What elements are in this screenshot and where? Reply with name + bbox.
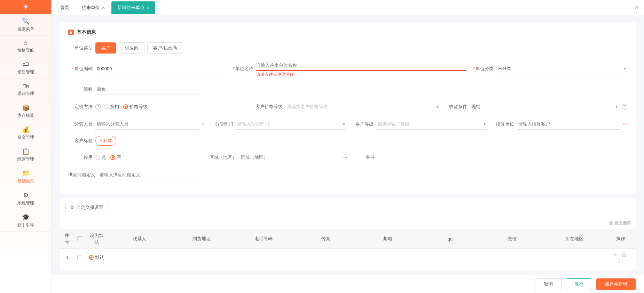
save-and-new-button[interactable]: 保存并新增 xyxy=(596,278,636,290)
row-email xyxy=(357,249,419,266)
supplier-custom-input[interactable] xyxy=(98,169,201,180)
batch-delete-button[interactable]: 🗑 批量删除 xyxy=(609,220,631,226)
remarks-label: 备注 xyxy=(351,154,375,161)
pricing-radio-level[interactable]: 价格等级 xyxy=(123,104,148,110)
row-select-checkbox[interactable] xyxy=(77,255,82,260)
tab-new-counterparty-close[interactable]: × xyxy=(147,5,149,10)
customer-tag-row: 客户标签 + 标签 xyxy=(68,136,627,146)
pricing-help-icon[interactable]: ? xyxy=(95,104,101,109)
payment-terms-dropdown-arrow: ▾ xyxy=(615,104,618,109)
yes-radio-circle xyxy=(95,155,100,160)
unit-name-wrapper: 请输入往来单位名称 xyxy=(256,60,466,78)
footer: 取消 保存 保存并新增 xyxy=(52,275,644,293)
tab-home[interactable]: 首页 xyxy=(54,1,75,14)
contact-input[interactable] xyxy=(111,255,168,260)
customer-level-select[interactable]: 请选择客户等级 ▾ xyxy=(376,119,487,130)
short-name-input[interactable] xyxy=(95,84,201,95)
tab-new-counterparty[interactable]: 新增往来单位 × xyxy=(111,1,155,14)
row-contact xyxy=(108,249,171,266)
qq-input[interactable] xyxy=(422,255,478,260)
sidebar-item-finance[interactable]: 💰 资金管理 xyxy=(0,122,51,144)
row-fax xyxy=(294,249,357,266)
row-phone xyxy=(233,249,295,266)
remarks-input[interactable] xyxy=(378,152,627,163)
email-input[interactable] xyxy=(360,255,416,260)
manager-more-icon[interactable]: ··· xyxy=(201,121,206,127)
sidebar-item-newbie[interactable]: 🎓 新手引导 xyxy=(0,210,51,232)
select-all-checkbox[interactable] xyxy=(77,236,82,241)
payment-terms-help-icon[interactable]: ? xyxy=(622,104,627,109)
department-select[interactable]: 请输入分管部门 ▾ xyxy=(236,119,347,130)
settings-gear-icon: ⚙ xyxy=(70,205,74,210)
customer-tag-field: 客户标签 + 标签 xyxy=(68,136,627,146)
type-btn-customer[interactable]: 客户 xyxy=(95,42,116,54)
home-icon: ⌂ xyxy=(24,39,28,47)
level-radio-circle xyxy=(123,104,128,109)
purchase-icon: 🛍 xyxy=(23,82,29,90)
row-address xyxy=(170,249,233,266)
main-area: 首页 往来单位 × 新增往来单位 × × 📋 基本信息 单位类型 客户 xyxy=(52,0,644,293)
cancel-button[interactable]: 取消 xyxy=(535,278,561,290)
tab-counterparty[interactable]: 往来单位 × xyxy=(76,1,111,14)
dept-dropdown-arrow: ▾ xyxy=(343,122,345,127)
disabled-radio-yes[interactable]: 是 xyxy=(95,154,106,161)
drag-handle[interactable]: ⋮⋮ xyxy=(616,258,625,263)
sidebar-item-quick[interactable]: ⌂ 快捷导航 xyxy=(0,36,51,57)
add-tag-button[interactable]: + 标签 xyxy=(95,136,116,146)
col-action: 操作 xyxy=(605,229,636,249)
window-close-button[interactable]: × xyxy=(632,4,641,11)
type-btn-both[interactable]: 客户/供应商 xyxy=(147,42,183,54)
sidebar-item-operations[interactable]: 📋 经营管理 xyxy=(0,144,51,166)
settlement-unit-input[interactable] xyxy=(517,119,620,130)
default-radio-circle xyxy=(89,255,94,260)
supplier-custom-field: 供应商自定义 xyxy=(68,169,201,180)
customer-level-label: 客户等级 xyxy=(349,121,374,127)
region-input[interactable] xyxy=(239,152,340,163)
settlement-more-icon[interactable]: ··· xyxy=(623,121,627,127)
search-icon: 🔍 xyxy=(22,17,30,25)
payment-terms-select[interactable]: 现结 ▾ xyxy=(470,101,619,112)
settlement-unit-label: 结算单位 xyxy=(490,121,514,127)
disabled-field: 停用 是 否 xyxy=(68,154,207,161)
pricing-radio-discount[interactable]: 折扣 xyxy=(104,104,119,110)
unit-code-input[interactable] xyxy=(95,63,226,74)
wechat-input[interactable] xyxy=(484,255,541,260)
short-name-field: 简称 xyxy=(68,84,201,95)
sidebar-item-inventory[interactable]: 📦 库存核算 xyxy=(0,100,51,122)
batch-delete-icon: 🗑 xyxy=(609,221,613,226)
col-default: 设为默认 xyxy=(85,229,108,249)
row-no: 1 xyxy=(60,249,74,266)
settlement-unit-field: 结算单位 ··· xyxy=(490,119,628,130)
region-more-icon[interactable]: ··· xyxy=(343,154,348,161)
table-section: ⚙ 自定义项设置 🗑 批量删除 序号 设 xyxy=(60,198,636,270)
type-btn-supplier[interactable]: 供应商 xyxy=(119,42,144,54)
newbie-icon: 🎓 xyxy=(22,213,30,221)
sidebar-item-system[interactable]: ⚙ 系统管理 xyxy=(0,188,51,210)
customer-price-level-select[interactable]: 请选择客户价格等级 ▾ xyxy=(285,101,440,112)
tab-counterparty-close[interactable]: × xyxy=(102,5,105,10)
sidebar-item-basic[interactable]: 📁 基础信息 xyxy=(0,166,51,188)
col-qq: qq xyxy=(419,229,481,249)
add-row-button[interactable]: + xyxy=(613,252,619,258)
fax-input[interactable] xyxy=(297,255,354,260)
disabled-radio-no[interactable]: 否 xyxy=(110,154,121,161)
address-input[interactable] xyxy=(173,255,230,260)
sidebar-item-search[interactable]: 🔍 搜索菜单 xyxy=(0,14,51,36)
row-default-radio[interactable]: 默认 xyxy=(88,254,105,261)
manager-input[interactable] xyxy=(95,119,198,130)
region-input-row[interactable] xyxy=(546,255,603,260)
remarks-field: 备注 xyxy=(351,152,627,163)
disabled-label: 停用 xyxy=(68,154,93,161)
phone-input[interactable] xyxy=(235,255,292,260)
col-region: 所在地区 xyxy=(543,229,606,249)
delete-row-button[interactable]: 🗑 xyxy=(620,252,628,258)
row-default: 默认 xyxy=(85,249,108,266)
inventory-icon: 📦 xyxy=(22,104,30,112)
sidebar-item-sales[interactable]: 🏷 销售管理 xyxy=(0,57,51,79)
table-header-row: 序号 设为默认 联系人 到货地址 电话号码 传真 邮箱 qq 微信 所在地区 xyxy=(60,229,636,249)
unit-category-select[interactable]: 未分类 ▾ xyxy=(496,63,627,74)
custom-settings-button[interactable]: ⚙ 自定义项设置 xyxy=(65,202,108,213)
unit-name-input[interactable] xyxy=(256,63,466,68)
sidebar-item-purchase[interactable]: 🛍 采购管理 xyxy=(0,79,51,100)
save-button[interactable]: 保存 xyxy=(566,278,592,290)
